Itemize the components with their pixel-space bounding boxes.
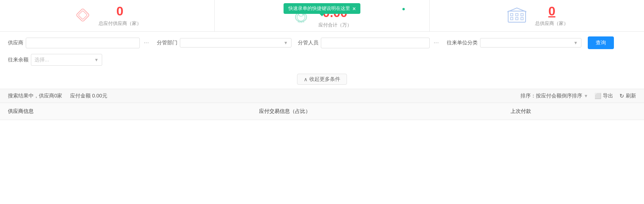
- tooltip-indicator-dot: [402, 7, 406, 11]
- tooltip-close-btn[interactable]: ×: [352, 6, 356, 12]
- svg-rect-14: [521, 13, 523, 16]
- department-label: 分管部门: [157, 39, 177, 46]
- balance-select[interactable]: 选择... ▼: [31, 54, 102, 66]
- filter-department: 分管部门 ▼: [157, 38, 292, 48]
- refresh-icon: ↻: [619, 93, 624, 99]
- tooltip-text: 快速录单的快捷键说明在这里: [288, 5, 350, 12]
- sort-select[interactable]: 排序：按应付会额倒序排序 ▼: [520, 92, 588, 99]
- refresh-label: 刷新: [626, 92, 636, 99]
- department-select[interactable]: ▼: [180, 38, 292, 48]
- table-header: 供应商信息 应付交易信息（占比） 上次付款: [0, 103, 644, 120]
- svg-line-10: [303, 21, 304, 23]
- building-icon: [505, 6, 529, 25]
- svg-line-7: [298, 21, 299, 23]
- filter-balance: 往来余额 选择... ▼: [8, 54, 119, 66]
- category-arrow-icon: ▼: [574, 40, 578, 45]
- total-suppliers-number: 0: [548, 4, 555, 18]
- total-suppliers-label: 总供应商（家）: [535, 20, 568, 27]
- export-btn[interactable]: ⬜ 导出: [594, 92, 613, 99]
- tooltip-bubble: 快速录单的快捷键说明在这里 ×: [284, 3, 360, 14]
- sort-arrow-icon: ▼: [584, 93, 588, 98]
- col-transaction-info: 应付交易信息（占比）: [259, 108, 510, 115]
- svg-rect-13: [516, 13, 518, 16]
- query-button[interactable]: 查询: [588, 36, 614, 49]
- result-suppliers-text: 搜索结果中，供应商0家: [8, 93, 62, 99]
- collapse-icon: ∧: [304, 76, 308, 82]
- diamond-icon: [73, 6, 92, 26]
- payable-suppliers-number: 0: [116, 4, 124, 18]
- svg-rect-12: [511, 13, 513, 16]
- result-bar: 搜索结果中，供应商0家 应付金额 0.00元 排序：按应付会额倒序排序 ▼ ⬜ …: [0, 89, 644, 103]
- collapse-bar: ∧ 收起更多条件: [8, 71, 636, 89]
- svg-point-3: [297, 13, 305, 21]
- svg-rect-17: [521, 17, 523, 20]
- payable-suppliers-label: 总应付供应商（家）: [99, 20, 141, 27]
- balance-label: 往来余额: [8, 56, 29, 63]
- result-actions: 排序：按应付会额倒序排序 ▼ ⬜ 导出 ↻ 刷新: [520, 92, 636, 99]
- table-area: 供应商信息 应付交易信息（占比） 上次付款: [0, 103, 644, 204]
- svg-line-8: [300, 21, 300, 23]
- person-input[interactable]: [321, 38, 430, 48]
- supplier-dots-btn[interactable]: ···: [142, 39, 151, 46]
- export-icon: ⬜: [594, 93, 601, 99]
- result-amount-text: 应付金额 0.00元: [70, 93, 107, 99]
- filter-area: 供应商 ··· 分管部门 ▼ 分管人员 ··· 往来单位分类 ▼: [0, 32, 644, 89]
- refresh-btn[interactable]: ↻ 刷新: [619, 92, 636, 99]
- supplier-input[interactable]: [26, 38, 140, 48]
- export-label: 导出: [603, 92, 613, 99]
- filter-row-1: 供应商 ··· 分管部门 ▼ 分管人员 ··· 往来单位分类 ▼: [8, 36, 636, 49]
- category-select[interactable]: ▼: [480, 38, 581, 48]
- svg-rect-11: [508, 11, 526, 22]
- supplier-label: 供应商: [8, 39, 23, 46]
- svg-rect-15: [511, 17, 513, 20]
- stats-bar: 0 总应付供应商（家） 快速录单的快捷键说明在这里 ×: [0, 0, 644, 32]
- stat-total-suppliers: 0 总供应商（家）: [430, 0, 644, 31]
- sort-label-text: 排序：按应付会额倒序排序: [520, 92, 582, 99]
- payable-total-label: 应付合计（万）: [318, 22, 352, 29]
- balance-placeholder: 选择...: [34, 56, 49, 63]
- stat-payable-total: 快速录单的快捷键说明在这里 ×: [215, 0, 429, 31]
- svg-rect-16: [516, 17, 518, 20]
- filter-person: 分管人员 ···: [298, 38, 440, 48]
- department-arrow-icon: ▼: [284, 40, 288, 45]
- filter-category: 往来单位分类 ▼: [447, 38, 581, 48]
- person-dots-btn[interactable]: ···: [432, 39, 440, 46]
- filter-supplier: 供应商 ···: [8, 38, 151, 48]
- table-empty-state: [0, 120, 644, 204]
- collapse-label: 收起更多条件: [309, 76, 340, 83]
- person-label: 分管人员: [298, 39, 318, 46]
- col-supplier-info: 供应商信息: [8, 108, 259, 115]
- collapse-btn[interactable]: ∧ 收起更多条件: [297, 74, 347, 85]
- balance-arrow-icon: ▼: [94, 57, 99, 62]
- svg-rect-0: [76, 8, 90, 22]
- filter-row-2: 往来余额 选择... ▼: [8, 54, 636, 66]
- col-last-payment: 上次付款: [511, 108, 636, 115]
- stat-payable-suppliers: 0 总应付供应商（家）: [0, 0, 215, 31]
- category-label: 往来单位分类: [447, 39, 478, 46]
- result-info: 搜索结果中，供应商0家 应付金额 0.00元: [8, 92, 114, 99]
